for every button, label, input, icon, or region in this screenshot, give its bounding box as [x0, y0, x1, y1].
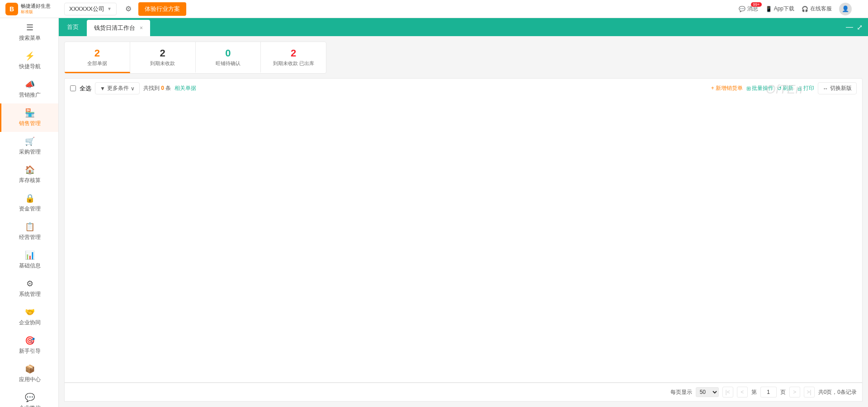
- more-filter-button[interactable]: ▼ 更多条件 ∨: [95, 82, 140, 94]
- app-download-button[interactable]: 📱 App下载: [765, 5, 794, 13]
- stat-number-unshipped: 2: [270, 47, 317, 59]
- sidebar-item-system[interactable]: ⚙ 系统管理: [0, 274, 58, 303]
- message-button[interactable]: 💬 消息 99+: [739, 5, 758, 13]
- tab-label: 钱货日清工作台: [94, 24, 135, 32]
- message-icon: 💬: [739, 6, 745, 12]
- sidebar-label-capital: 资金管理: [19, 205, 41, 213]
- sidebar-item-purchase[interactable]: 🛒 采购管理: [0, 132, 58, 160]
- stats-row: 2 全部单据 2 到期未收款 0 旺铺待确认 2 到期未收款 已出库: [64, 42, 326, 74]
- pagination-bar: 每页显示 50 20 100 |< < 第 页 > >| 共0页，0条记录: [64, 383, 863, 402]
- filter-label: 更多条件: [107, 84, 129, 92]
- sidebar-item-beginner[interactable]: 🎯 新手引导: [0, 331, 58, 360]
- stat-label-all: 全部单据: [74, 60, 121, 66]
- page-unit: 页: [780, 388, 786, 396]
- found-text: 共找到 0 条: [143, 84, 171, 92]
- tab-home[interactable]: 首页: [59, 18, 87, 36]
- new-sales-order-button[interactable]: + 新增销货单: [711, 84, 743, 92]
- avatar[interactable]: 👤: [839, 3, 852, 15]
- sidebar-label-marketing: 营销推广: [19, 91, 41, 99]
- tab-actions: — ⤢: [846, 18, 868, 36]
- sidebar-label-enterprise-coop: 企业协同: [19, 319, 41, 327]
- settings-icon[interactable]: ⚙: [122, 3, 135, 15]
- tab-bar: 首页 钱货日清工作台 × — ⤢: [59, 18, 868, 36]
- page-text: 第: [751, 388, 757, 396]
- batch-operation-button[interactable]: ⊞ 批量操作: [746, 84, 774, 92]
- capital-icon: 🔒: [25, 193, 35, 203]
- logo-area: B 畅捷通好生意 标准版: [5, 3, 64, 15]
- sidebar-label-beginner: 新手引导: [19, 347, 41, 355]
- toolbar-right: + 新增销货单 ⊞ 批量操作 ↺ 刷新 🖨 打印 ↔: [711, 82, 857, 94]
- tab-maximize-icon[interactable]: ⤢: [857, 23, 863, 32]
- stat-card-overdue-unpaid[interactable]: 2 到期未收款: [130, 42, 196, 73]
- service-icon: 🎧: [802, 6, 808, 12]
- stat-label-unshipped: 到期未收款 已出库: [270, 60, 317, 66]
- page-content: 2 全部单据 2 到期未收款 0 旺铺待确认 2 到期未收款 已出库: [59, 36, 868, 407]
- app-download-icon: 📱: [765, 6, 772, 12]
- company-selector[interactable]: XXXXXX公司 ▼: [64, 3, 117, 15]
- sidebar-label-ops: 经营管理: [19, 234, 41, 241]
- purchase-icon: 🛒: [25, 136, 35, 146]
- related-orders-link[interactable]: 相关单据: [175, 84, 196, 92]
- quick-nav-icon: ⚡: [25, 51, 35, 61]
- next-page-button[interactable]: >: [789, 387, 800, 398]
- logo-icon: B: [5, 3, 18, 15]
- select-all-checkbox[interactable]: [70, 85, 76, 91]
- refresh-button[interactable]: ↺ 刷新: [777, 84, 793, 92]
- sidebar-label-sales: 销售管理: [19, 120, 41, 127]
- sidebar-item-marketing[interactable]: 📣 营销推广: [0, 75, 58, 103]
- switch-version-button[interactable]: ↔ 切换新版: [818, 82, 857, 94]
- app-center-icon: 📦: [25, 364, 35, 374]
- stat-card-overdue-unshipped[interactable]: 2 到期未收款 已出库: [261, 42, 326, 73]
- toolbar: 全选 ▼ 更多条件 ∨ 共找到 0 条 相关单据 + 新增销货单: [64, 78, 863, 98]
- sidebar-item-sales[interactable]: 🏪 销售管理: [0, 103, 58, 132]
- tab-close-icon[interactable]: ×: [140, 25, 143, 31]
- sidebar-item-search-menu[interactable]: ☰ 搜索菜单: [0, 18, 58, 47]
- sidebar-item-capital[interactable]: 🔒 资金管理: [0, 189, 58, 217]
- page-number-input[interactable]: [760, 387, 777, 398]
- beginner-icon: 🎯: [25, 336, 35, 346]
- sidebar-item-wechat[interactable]: 💬 企业微信: [0, 388, 58, 407]
- sidebar-label-system: 系统管理: [19, 290, 41, 298]
- sidebar-label-purchase: 采购管理: [19, 148, 41, 156]
- sidebar-item-base-info[interactable]: 📊 基础信息: [0, 246, 58, 274]
- prev-page-button[interactable]: <: [737, 387, 748, 398]
- experience-button[interactable]: 体验行业方案: [138, 2, 186, 16]
- first-page-button[interactable]: |<: [722, 387, 733, 398]
- ops-icon: 📋: [25, 222, 35, 232]
- page-size-label: 每页显示: [670, 388, 692, 396]
- message-badge: 99+: [751, 2, 761, 7]
- logo-badge: 标准版: [21, 9, 51, 15]
- top-header: B 畅捷通好生意 标准版 XXXXXX公司 ▼ ⚙ 体验行业方案 💬 消息 99…: [0, 0, 868, 18]
- header-right: 💬 消息 99+ 📱 App下载 🎧 在线客服 👤: [739, 3, 859, 15]
- stat-number-all: 2: [74, 47, 121, 59]
- base-info-icon: 📊: [25, 250, 35, 260]
- stat-number-overdue: 2: [139, 47, 186, 59]
- table-area: [64, 98, 863, 383]
- system-icon: ⚙: [26, 279, 33, 289]
- print-icon: 🖨: [797, 85, 802, 92]
- page-size-select[interactable]: 50 20 100: [696, 387, 719, 397]
- sidebar-item-app-center[interactable]: 📦 应用中心: [0, 360, 58, 388]
- company-dropdown-arrow: ▼: [107, 6, 112, 11]
- sidebar-label-base-info: 基础信息: [19, 262, 41, 270]
- stat-card-all-orders[interactable]: 2 全部单据: [65, 42, 130, 73]
- sidebar-item-enterprise-coop[interactable]: 🤝 企业协同: [0, 303, 58, 331]
- last-page-button[interactable]: >|: [804, 387, 815, 398]
- sidebar-item-quick-nav[interactable]: ⚡ 快捷导航: [0, 47, 58, 75]
- stat-card-wangpu[interactable]: 0 旺铺待确认: [196, 42, 261, 73]
- sidebar-item-ops[interactable]: 📋 经营管理: [0, 217, 58, 246]
- found-count: 0: [161, 85, 164, 91]
- toolbar-left: 全选 ▼ 更多条件 ∨ 共找到 0 条 相关单据: [70, 82, 708, 94]
- tab-cashflow-workbench[interactable]: 钱货日清工作台 ×: [87, 20, 150, 36]
- switch-icon: ↔: [823, 85, 828, 92]
- online-service-button[interactable]: 🎧 在线客服: [802, 5, 832, 13]
- print-button[interactable]: 🖨 打印: [797, 84, 814, 92]
- logo-title: 畅捷通好生意: [21, 3, 51, 9]
- header-middle: ⚙ 体验行业方案: [117, 2, 739, 16]
- tab-minimize-icon[interactable]: —: [846, 23, 853, 31]
- wechat-icon: 💬: [25, 393, 35, 402]
- sidebar-label-search-menu: 搜索菜单: [19, 34, 41, 42]
- sidebar-item-stock[interactable]: 🏠 库存核算: [0, 160, 58, 189]
- filter-icon: ▼: [100, 85, 105, 92]
- search-menu-icon: ☰: [26, 23, 33, 33]
